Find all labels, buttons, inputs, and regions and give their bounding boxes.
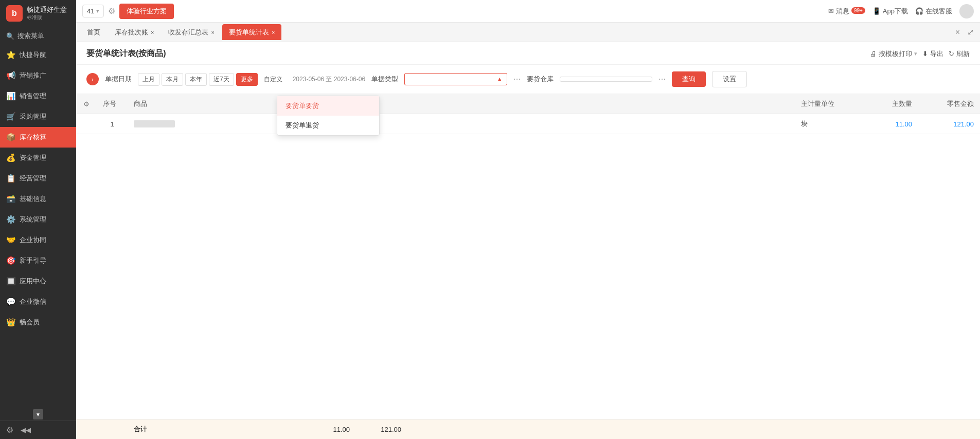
query-button[interactable]: 查询 [672, 71, 706, 87]
quick-nav-icon: ⭐ [6, 50, 15, 60]
th-product: 商品 [128, 94, 795, 114]
row-product-cell [128, 114, 795, 134]
sidebar-item-label: 系统管理 [20, 215, 46, 224]
export-action[interactable]: ⬇ 导出 [922, 49, 943, 59]
sidebar-item-label: 基础信息 [20, 194, 46, 204]
tab-batch-close-icon[interactable]: × [151, 29, 154, 35]
dropdown-item-order-purchase[interactable]: 要货单要货 [277, 96, 379, 116]
row-quantity-cell[interactable]: 11.00 [857, 114, 918, 134]
user-avatar[interactable] [959, 4, 974, 19]
sidebar-item-basic[interactable]: 🗃️ 基础信息 [0, 189, 76, 209]
member-icon: 👑 [6, 318, 15, 327]
row-settings-cell [76, 114, 97, 134]
set-button[interactable]: 设置 [712, 71, 747, 87]
header-right: ✉ 消息 99+ 📱 App下载 🎧 在线客服 [828, 4, 974, 19]
sidebar-item-member[interactable]: 👑 畅会员 [0, 312, 76, 333]
sidebar-collapse-icon[interactable]: ◀◀ [21, 426, 31, 434]
sidebar-item-sales[interactable]: 📊 销售管理 [0, 86, 76, 106]
trial-button[interactable]: 体验行业方案 [119, 4, 174, 19]
sidebar-item-enterprise[interactable]: 🤝 企业协同 [0, 230, 76, 250]
date-btn-custom[interactable]: 自定义 [260, 74, 287, 85]
tabs-close-all-button[interactable]: × [953, 26, 962, 38]
date-btn-last-7-days[interactable]: 近7天 [209, 73, 234, 86]
sidebar-item-label: 资金管理 [20, 153, 46, 162]
page-title: 要货单统计表(按商品) [86, 48, 166, 59]
sidebar-item-label: 销售管理 [20, 92, 46, 101]
th-amount: 零售金额 [918, 94, 980, 114]
refresh-label: 刷新 [956, 49, 970, 59]
messages-icon: ✉ [828, 7, 834, 15]
warehouse-more-icon[interactable]: ⋯ [658, 75, 666, 83]
sidebar-item-label: 新手引导 [20, 256, 46, 265]
sidebar-item-label: 采购管理 [20, 112, 46, 121]
sidebar-item-guide[interactable]: 🎯 新手引导 [0, 250, 76, 271]
tab-summary-label: 收发存汇总表 [168, 28, 208, 37]
page-content: 要货单统计表(按商品) 🖨 按模板打印 ▾ ⬇ 导出 ↻ 刷新 [76, 42, 980, 439]
warehouse-filter-label: 要货仓库 [527, 75, 554, 84]
app-download-action[interactable]: 📱 App下载 [872, 7, 908, 16]
tab-batch[interactable]: 库存批次账 × [108, 24, 161, 40]
filter-more-icon[interactable]: ⋯ [513, 75, 521, 83]
tab-order-stats-close-icon[interactable]: × [272, 29, 275, 35]
tabs-bar: 首页 库存批次账 × 收发存汇总表 × 要货单统计表 × × ⤢ [76, 23, 980, 42]
store-name: 41 [87, 7, 94, 15]
sidebar-item-quick-nav[interactable]: ⭐ 快捷导航 [0, 45, 76, 65]
print-action[interactable]: 🖨 按模板打印 ▾ [870, 49, 917, 59]
appstore-icon: 🔲 [6, 277, 15, 286]
print-icon: 🖨 [870, 50, 877, 58]
th-num: 序号 [97, 94, 128, 114]
sidebar-item-purchase[interactable]: 🛒 采购管理 [0, 106, 76, 127]
th-quantity: 主数量 [857, 94, 918, 114]
sidebar-item-inventory[interactable]: 📦 库存核算 [0, 127, 76, 148]
app-download-label: App下载 [883, 7, 908, 16]
sidebar-item-marketing[interactable]: 📢 营销推广 [0, 65, 76, 86]
top-header: 41 ▾ ⚙ 体验行业方案 ✉ 消息 99+ 📱 App下载 🎧 在线客服 [76, 0, 980, 23]
sidebar-item-system[interactable]: ⚙️ 系统管理 [0, 209, 76, 230]
store-selector[interactable]: 41 ▾ [82, 5, 104, 17]
finance-icon: 💰 [6, 153, 15, 162]
sidebar-item-label: 应用中心 [20, 277, 46, 286]
sidebar-settings-icon[interactable]: ⚙ [6, 425, 13, 435]
search-menu[interactable]: 🔍 搜索菜单 [0, 27, 76, 45]
row-amount-cell[interactable]: 121.00 [918, 114, 980, 134]
sidebar-bottom: ⚙ ◀◀ [0, 420, 76, 439]
operations-icon: 📋 [6, 174, 15, 183]
sidebar-item-appstore[interactable]: 🔲 应用中心 [0, 271, 76, 291]
warehouse-filter-select[interactable] [560, 77, 652, 82]
tab-summary-close-icon[interactable]: × [211, 29, 214, 35]
footer-label: 合计 [134, 425, 237, 434]
th-unit: 主计量单位 [795, 94, 857, 114]
app-name: 畅捷通好生意 [27, 6, 67, 14]
sidebar: b 畅捷通好生意 标准版 🔍 搜索菜单 ⭐ 快捷导航 📢 营销推广 📊 销售管理… [0, 0, 76, 439]
chevron-up-icon: ▲ [496, 76, 503, 83]
table-settings-icon[interactable]: ⚙ [83, 100, 90, 108]
sidebar-scroll-down[interactable]: ▼ [33, 409, 43, 419]
header-settings-icon[interactable]: ⚙ [108, 6, 115, 16]
dropdown-item-order-return[interactable]: 要货单退货 [277, 116, 379, 135]
chevron-down-icon: ▾ [96, 8, 99, 14]
service-icon: 🎧 [915, 7, 923, 15]
sales-icon: 📊 [6, 92, 15, 101]
date-btn-this-month[interactable]: 本月 [162, 73, 183, 86]
refresh-action[interactable]: ↻ 刷新 [949, 49, 970, 59]
tab-order-stats-label: 要货单统计表 [229, 28, 269, 37]
filter-expand-button[interactable]: › [86, 73, 99, 85]
tab-order-stats[interactable]: 要货单统计表 × [222, 24, 281, 40]
tab-home[interactable]: 首页 [80, 24, 107, 40]
online-service-action[interactable]: 🎧 在线客服 [915, 7, 952, 16]
tab-summary[interactable]: 收发存汇总表 × [162, 24, 221, 40]
sidebar-item-wechat[interactable]: 💬 企业微信 [0, 291, 76, 312]
sidebar-item-label: 库存核算 [20, 133, 46, 142]
messages-action[interactable]: ✉ 消息 99+ [828, 7, 865, 16]
sidebar-item-operations[interactable]: 📋 经营管理 [0, 168, 76, 189]
sidebar-item-label: 畅会员 [20, 318, 40, 327]
date-btn-more[interactable]: 更多 [236, 73, 258, 86]
search-icon: 🔍 [6, 32, 14, 40]
sidebar-item-finance[interactable]: 💰 资金管理 [0, 148, 76, 168]
page-header: 要货单统计表(按商品) 🖨 按模板打印 ▾ ⬇ 导出 ↻ 刷新 [76, 42, 980, 65]
tabs-expand-button[interactable]: ⤢ [965, 26, 976, 38]
type-filter-select[interactable]: ▲ [404, 73, 507, 85]
header-left: 41 ▾ ⚙ 体验行业方案 [82, 4, 823, 19]
date-btn-last-month[interactable]: 上月 [138, 73, 159, 86]
date-btn-this-year[interactable]: 本年 [185, 73, 207, 86]
